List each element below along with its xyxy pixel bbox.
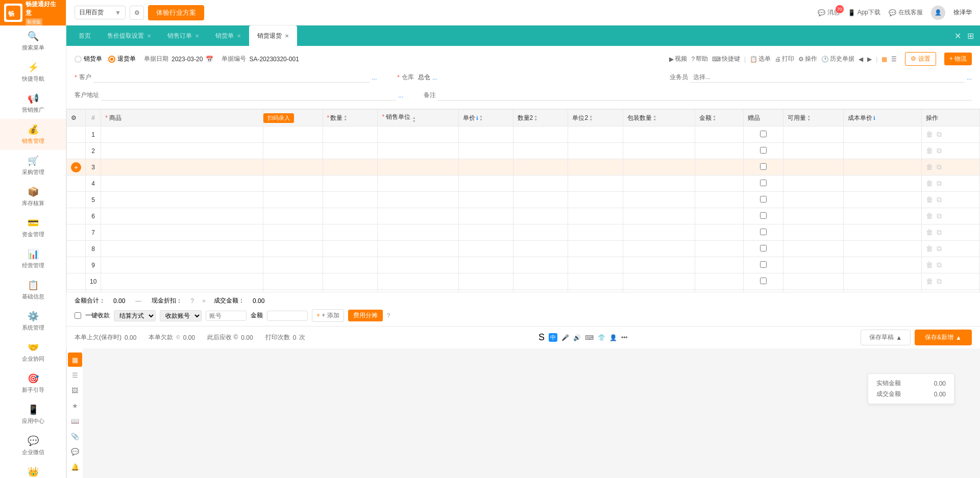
row-amount-6[interactable] xyxy=(695,208,744,224)
right-list-icon[interactable]: ☰ xyxy=(68,368,82,382)
row-amount-1[interactable] xyxy=(695,127,744,143)
copy-row-btn-8[interactable]: ⧉ xyxy=(937,244,942,253)
account-select[interactable]: 收款账号 xyxy=(160,310,202,321)
row-gift-5[interactable] xyxy=(744,192,783,208)
row-avail-2[interactable] xyxy=(783,143,844,159)
row-qty2-6[interactable] xyxy=(513,208,568,224)
row-qty2-1[interactable] xyxy=(513,127,568,143)
row-avail-5[interactable] xyxy=(783,192,844,208)
grid-view-btn[interactable]: ▦ xyxy=(881,56,887,63)
row-cost-4[interactable] xyxy=(844,175,921,192)
tab-return-close[interactable]: ✕ xyxy=(285,33,289,39)
row-pkg-10[interactable] xyxy=(623,273,695,290)
row-unit2-10[interactable] xyxy=(568,273,623,290)
maximize-icon[interactable]: ⊞ xyxy=(965,29,976,43)
radio-sales[interactable]: 销货单 xyxy=(75,55,102,63)
copy-row-btn-4[interactable]: ⧉ xyxy=(937,179,942,187)
address-input[interactable] xyxy=(101,90,396,100)
tab-order-close[interactable]: ✕ xyxy=(195,33,199,39)
close-all-tabs-icon[interactable]: ✕ xyxy=(952,29,963,43)
sidebar-item-purchase[interactable]: 🛒 采购管理 xyxy=(0,150,66,181)
row-qty-9[interactable] xyxy=(323,257,378,273)
sidebar-item-member[interactable]: 👑 畅会员 xyxy=(0,461,66,478)
row-unit2-3[interactable] xyxy=(568,159,623,175)
row-unit2-6[interactable] xyxy=(568,208,623,224)
tab-price-close[interactable]: ✕ xyxy=(147,33,151,39)
row-product-8[interactable] xyxy=(101,241,263,257)
row-pkg-9[interactable] xyxy=(623,257,695,273)
copy-row-btn-9[interactable]: ⧉ xyxy=(937,261,942,269)
row-unit2-5[interactable] xyxy=(568,192,623,208)
scan-btn[interactable]: 扫码录入 xyxy=(263,113,294,123)
sidebar-item-sales[interactable]: 💰 销售管理 xyxy=(0,119,66,150)
row-qty-8[interactable] xyxy=(323,241,378,257)
row-product-3[interactable] xyxy=(101,159,263,175)
customer-dots-btn[interactable]: ... xyxy=(372,74,377,81)
row-qty-4[interactable] xyxy=(323,175,378,192)
gift-checkbox-6[interactable] xyxy=(760,212,767,219)
tab-home[interactable]: 首页 xyxy=(70,26,99,46)
right-image-icon[interactable]: 🖼 xyxy=(68,383,82,397)
row-cost-7[interactable] xyxy=(844,224,921,241)
right-chat-icon[interactable]: 💬 xyxy=(68,444,82,459)
tab-sales-close[interactable]: ✕ xyxy=(237,33,241,39)
amount-input[interactable] xyxy=(267,311,308,321)
sidebar-item-guide[interactable]: 🎯 新手引导 xyxy=(0,368,66,399)
sidebar-item-app[interactable]: 📱 应用中心 xyxy=(0,399,66,430)
industry-select[interactable]: 日用百货 ▼ xyxy=(75,6,126,19)
row-qty2-2[interactable] xyxy=(513,143,568,159)
row-gift-6[interactable] xyxy=(744,208,783,224)
row-pkg-7[interactable] xyxy=(623,224,695,241)
row-unit-2[interactable] xyxy=(378,143,459,159)
shortcut-link[interactable]: ⌨ 快捷键 xyxy=(712,55,740,63)
operate-link[interactable]: ⚙ 操作 xyxy=(798,55,817,63)
fee-split-btn[interactable]: 费用分摊 xyxy=(348,310,383,321)
account-no-input[interactable] xyxy=(206,311,247,321)
copy-row-btn-10[interactable]: ⧉ xyxy=(937,277,942,285)
row-gift-8[interactable] xyxy=(744,241,783,257)
delete-row-btn-8[interactable]: 🗑 xyxy=(926,244,933,253)
row-unit-10[interactable] xyxy=(378,273,459,290)
fee-question-icon[interactable]: ? xyxy=(387,312,390,319)
radio-return[interactable]: 退货单 xyxy=(108,55,136,63)
delete-row-btn-4[interactable]: 🗑 xyxy=(926,179,933,187)
row-gift-9[interactable] xyxy=(744,257,783,273)
col-gear[interactable]: ⚙ xyxy=(67,110,86,127)
online-service-btn[interactable]: 💬 在线客服 xyxy=(889,8,923,17)
copy-row-btn-2[interactable]: ⧉ xyxy=(937,146,942,155)
row-pkg-1[interactable] xyxy=(623,127,695,143)
delete-row-btn-1[interactable]: 🗑 xyxy=(926,130,933,138)
row-avail-7[interactable] xyxy=(783,224,844,241)
row-avail-6[interactable] xyxy=(783,208,844,224)
sidebar-item-operation[interactable]: 📊 经营管理 xyxy=(0,243,66,274)
row-amount-7[interactable] xyxy=(695,224,744,241)
gift-checkbox-3[interactable] xyxy=(760,163,767,170)
sidebar-item-enterprise[interactable]: 🤝 企业协同 xyxy=(0,337,66,368)
row-gift-3[interactable] xyxy=(744,159,783,175)
row-price-8[interactable] xyxy=(459,241,513,257)
row-qty2-7[interactable] xyxy=(513,224,568,241)
sidebar-item-inventory[interactable]: 📦 库存核算 xyxy=(0,181,66,212)
mic-icon[interactable]: 🎤 xyxy=(561,334,569,341)
row-qty2-9[interactable] xyxy=(513,257,568,273)
row-unit-4[interactable] xyxy=(378,175,459,192)
tab-order[interactable]: 销售订单 ✕ xyxy=(159,26,207,46)
row-amount-9[interactable] xyxy=(695,257,744,273)
row-cost-9[interactable] xyxy=(844,257,921,273)
row-unit-9[interactable] xyxy=(378,257,459,273)
row-avail-8[interactable] xyxy=(783,241,844,257)
tab-price[interactable]: 售价提取设置 ✕ xyxy=(99,26,159,46)
salesman-dots-btn[interactable]: ... xyxy=(967,74,972,81)
row-price-1[interactable] xyxy=(459,127,513,143)
warehouse-dots-btn[interactable]: ... xyxy=(432,74,437,81)
sidebar-item-wechat[interactable]: 💬 企业微信 xyxy=(0,430,66,461)
row-cost-5[interactable] xyxy=(844,192,921,208)
row-qty-3[interactable] xyxy=(323,159,378,175)
delete-row-btn-7[interactable]: 🗑 xyxy=(926,228,933,236)
prev-btn[interactable]: ◀ xyxy=(859,56,863,63)
copy-row-btn-7[interactable]: ⧉ xyxy=(937,228,942,236)
row-price-6[interactable] xyxy=(459,208,513,224)
delete-row-btn-10[interactable]: 🗑 xyxy=(926,277,933,285)
row-gift-10[interactable] xyxy=(744,273,783,290)
right-grid-icon[interactable]: ▦ xyxy=(68,353,82,367)
